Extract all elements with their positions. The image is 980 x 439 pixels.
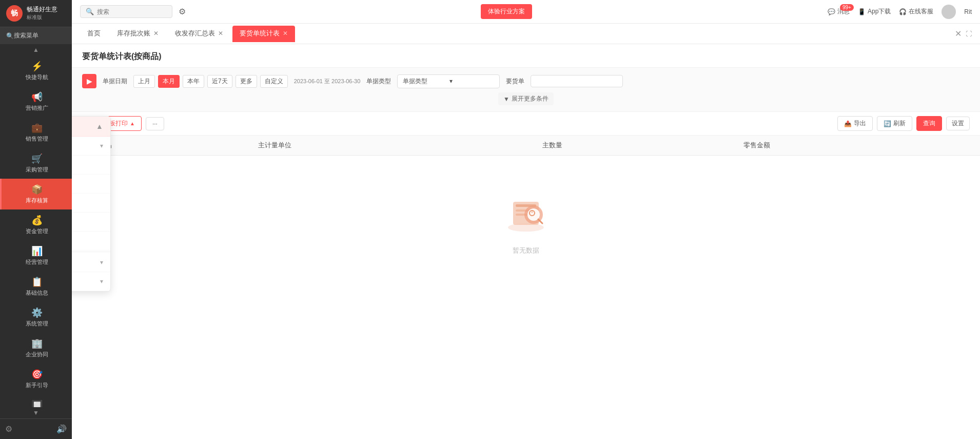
dropdown-template-pdf[interactable]: 📄 按模板导出pdf	[72, 232, 110, 251]
sidebar-item-sales[interactable]: 💼 销售管理	[0, 117, 72, 148]
dropdown-close-icon[interactable]: ▲	[96, 122, 103, 130]
finance-icon: 💰	[31, 215, 43, 226]
current-template-arrow: ▾	[100, 142, 103, 149]
tab-order-stats[interactable]: 要货单统计表 ✕	[232, 26, 295, 42]
app-download[interactable]: 📱 App下载	[858, 7, 891, 16]
refresh-icon: 🔄	[884, 120, 891, 127]
table-toolbar: 🖨 按模板打印 ▲ 🖨 按模板打印 ▲	[72, 112, 980, 136]
message-badge[interactable]: 💬 消息 99+	[828, 7, 850, 16]
tab-order-stats-label: 要货单统计表	[240, 29, 280, 38]
goods-filter-label: 要货单	[506, 77, 524, 86]
operations-icon: 📊	[31, 245, 43, 257]
date-btn-this-month[interactable]: 本月	[158, 75, 180, 88]
date-btn-this-year[interactable]: 本年	[183, 75, 204, 88]
template-pdf-label: 按模板导出pdf	[72, 236, 103, 245]
topbar-search-input[interactable]	[97, 8, 159, 15]
app-name: 畅通好生意	[27, 6, 57, 14]
sidebar-nav: ⚡ 快捷导航 📢 营销推广 💼 销售管理 🛒 采购管理 📦 库存核算 💰 资金管…	[0, 55, 72, 407]
settings-button[interactable]: 设置	[946, 117, 970, 130]
user-avatar[interactable]	[942, 5, 956, 19]
dropdown-current-template[interactable]: 📄 当前：要货单统计表 ▾	[72, 137, 110, 156]
set-default-label: 设置默认功能	[72, 277, 95, 286]
query-label: 查询	[923, 119, 935, 128]
export-label: 导出	[854, 119, 866, 128]
sidebar-item-label: 经营管理	[26, 258, 48, 266]
sidebar-search[interactable]: 🔍 搜索菜单	[0, 27, 72, 44]
tab-order-stats-close[interactable]: ✕	[283, 30, 288, 37]
topbar-search-box[interactable]: 🔍	[80, 5, 172, 18]
print-dropdown-arrow: ▲	[130, 121, 135, 126]
sidebar-item-label: 采购管理	[26, 166, 48, 174]
date-range-text: 2023-06-01 至 2023-06-30	[294, 78, 361, 85]
sidebar-item-inventory[interactable]: 📦 库存核算	[0, 179, 72, 209]
scroll-up[interactable]: ▲	[0, 44, 72, 55]
date-btn-7days[interactable]: 近7天	[207, 75, 232, 88]
expand-more-label: 展开更多条件	[512, 94, 548, 103]
sidebar-item-guide[interactable]: 🎯 新手引导	[0, 364, 72, 394]
query-button[interactable]: 查询	[916, 116, 942, 131]
trial-button[interactable]: 体验行业方案	[481, 4, 532, 19]
sidebar-item-apps[interactable]: 🔲 应用中心	[0, 394, 72, 407]
apps-icon: 🔲	[31, 399, 43, 407]
dropdown-template-excel[interactable]: 📄 按模板导出excel	[72, 213, 110, 232]
col-retail: 零售金额	[737, 136, 980, 156]
sidebar-item-quick-nav[interactable]: ⚡ 快捷导航	[0, 55, 72, 86]
sidebar-item-basics[interactable]: 📋 基础信息	[0, 271, 72, 302]
filter-expand-toggle[interactable]: ▶	[82, 74, 96, 88]
table-header-row: ⚙ 商品 主计量单位 主数量 零售金额	[72, 136, 980, 156]
sidebar-item-system[interactable]: ⚙️ 系统管理	[0, 302, 72, 333]
template-preview-label: 模板预览	[72, 179, 103, 188]
sidebar-bottom: ⚙ 🔊	[0, 418, 72, 439]
topbar-search-icon: 🔍	[86, 8, 94, 15]
date-btn-last-month[interactable]: 上月	[133, 75, 155, 88]
dropdown-template-print[interactable]: 🖨 模板打印	[72, 156, 110, 175]
dropdown-template-preview[interactable]: 👁 模板预览	[72, 175, 110, 194]
system-icon: ⚙️	[31, 307, 43, 318]
topbar: 🔍 ⚙ 体验行业方案 💬 消息 99+ 📱 App下载 🎧 在线客服 Rit	[72, 0, 980, 24]
message-count: 99+	[840, 4, 854, 11]
sidebar-item-marketing[interactable]: 📢 营销推广	[0, 86, 72, 117]
sidebar-item-purchase[interactable]: 🛒 采购管理	[0, 148, 72, 179]
sidebar-item-label: 企业协同	[26, 351, 48, 358]
dropdown-display-print[interactable]: 🖨 按显示打印 ▾	[72, 253, 110, 272]
logo-icon: 畅	[6, 5, 23, 22]
scroll-down[interactable]: ▼	[0, 407, 72, 418]
more-options-button[interactable]: ···	[146, 117, 164, 130]
page-header: 要货单统计表(按商品)	[72, 44, 980, 68]
tab-batch-account[interactable]: 库存批次账 ✕	[110, 26, 166, 42]
type-filter-select[interactable]: 单据类型 ▾	[397, 74, 500, 88]
sidebar-item-label: 资金管理	[26, 227, 48, 235]
inventory-icon: 📦	[31, 184, 43, 195]
tab-batch-account-close[interactable]: ✕	[153, 30, 159, 37]
tab-receipt-summary[interactable]: 收发存汇总表 ✕	[168, 26, 230, 42]
sidebar-item-finance[interactable]: 💰 资金管理	[0, 209, 72, 240]
main-area: 🔍 ⚙ 体验行业方案 💬 消息 99+ 📱 App下载 🎧 在线客服 Rit	[72, 0, 980, 439]
tabbar-close-all[interactable]: ✕ ⛶	[955, 29, 972, 39]
quick-nav-icon: ⚡	[31, 61, 43, 72]
tab-receipt-summary-close[interactable]: ✕	[218, 30, 223, 37]
expand-more-btn[interactable]: ▼ 展开更多条件	[498, 92, 554, 105]
date-btn-more[interactable]: 更多	[236, 75, 257, 88]
sidebar-item-enterprise[interactable]: 🏢 企业协同	[0, 333, 72, 364]
topbar-settings-icon[interactable]: ⚙	[179, 7, 186, 16]
refresh-button[interactable]: 🔄 刷新	[877, 116, 912, 131]
app-icon: 📱	[858, 8, 866, 15]
sidebar-item-operations[interactable]: 📊 经营管理	[0, 240, 72, 271]
sidebar-item-label: 系统管理	[26, 320, 48, 328]
type-select-arrow: ▾	[449, 78, 494, 85]
date-btn-custom[interactable]: 自定义	[260, 75, 288, 88]
bottom-settings-icon[interactable]: ⚙	[5, 424, 12, 434]
online-service[interactable]: 🎧 在线客服	[899, 7, 933, 16]
toolbar-right: 📤 导出 🔄 刷新 查询 设置	[837, 116, 970, 131]
tab-home[interactable]: 首页	[80, 26, 108, 42]
export-button[interactable]: 📤 导出	[837, 116, 873, 131]
goods-filter-input[interactable]	[531, 75, 623, 87]
dropdown-template-design[interactable]: 🖼 模板自定义设计	[72, 194, 110, 213]
close-all-icon: ✕	[955, 29, 962, 39]
col-unit: 主计量单位	[252, 136, 536, 156]
bottom-sound-icon[interactable]: 🔊	[56, 424, 67, 434]
dropdown-set-default[interactable]: ⚙ 设置默认功能 ▾	[72, 272, 110, 291]
expand-row: ▼ 展开更多条件	[82, 92, 970, 105]
expand-icon[interactable]: ⛶	[966, 30, 972, 37]
export-icon: 📤	[844, 120, 852, 127]
